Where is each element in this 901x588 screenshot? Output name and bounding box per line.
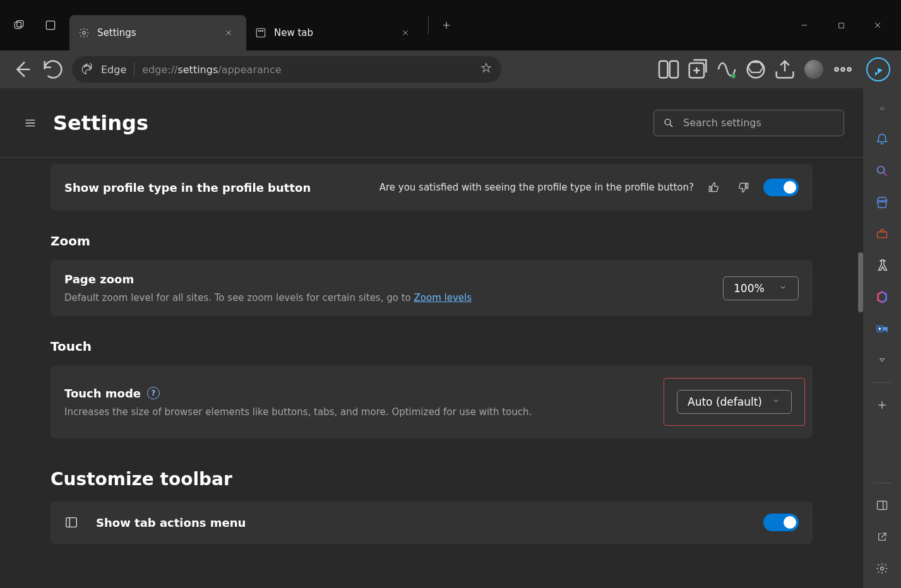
window-titlebar: Settings New tab (0, 0, 901, 50)
sidebar-outlook-icon[interactable] (869, 315, 895, 342)
sidebar-settings-icon[interactable] (869, 555, 895, 582)
tab-actions-toggle[interactable] (763, 514, 799, 531)
sidebar-expand-icon[interactable] (869, 347, 895, 373)
address-separator (134, 62, 134, 76)
setting-title: Page zoom (64, 273, 472, 286)
sidebar-games-icon[interactable] (869, 252, 895, 279)
setting-title: Show profile type in the profile button (64, 181, 311, 194)
profile-type-toggle[interactable] (763, 179, 799, 196)
tab-label: Settings (97, 27, 136, 38)
touch-mode-setting-row: Touch mode ? Increases the size of brows… (51, 365, 813, 438)
address-brand-label: Edge (101, 64, 126, 76)
svg-rect-8 (838, 23, 844, 28)
back-button[interactable] (9, 57, 34, 82)
settings-search-box[interactable] (653, 110, 844, 136)
extensions-button[interactable] (743, 57, 768, 82)
info-icon[interactable]: ? (147, 387, 160, 399)
tab-label: New tab (274, 27, 313, 38)
touch-heading: Touch (51, 339, 813, 354)
svg-rect-4 (256, 28, 265, 37)
chevron-down-icon (771, 396, 781, 408)
window-minimize-button[interactable] (786, 11, 823, 39)
profile-button[interactable] (801, 57, 826, 82)
gear-icon (78, 27, 90, 38)
highlighted-region: Auto (default) (664, 378, 805, 426)
menu-toggle-button[interactable] (19, 112, 42, 134)
setting-description: Increases the size of browser elements l… (64, 406, 532, 418)
svg-point-7 (262, 30, 263, 32)
page-zoom-setting-row: Page zoom Default zoom level for all sit… (51, 260, 813, 316)
sidebar-collapse-icon[interactable] (869, 95, 895, 121)
edge-sidebar (863, 88, 901, 588)
settings-page: Settings Show profile type in the profil… (0, 88, 863, 588)
svg-point-19 (878, 167, 885, 173)
split-screen-button[interactable] (656, 57, 681, 82)
svg-point-5 (258, 30, 260, 32)
svg-point-13 (835, 68, 838, 71)
window-maximize-button[interactable] (823, 11, 859, 39)
refresh-button[interactable] (40, 57, 66, 82)
setting-description: Default zoom level for all sites. To see… (64, 292, 472, 303)
page-zoom-select[interactable]: 100% (723, 276, 799, 300)
tab-settings[interactable]: Settings (69, 15, 246, 50)
sidebar-search-icon[interactable] (869, 158, 895, 184)
svg-rect-9 (659, 61, 667, 78)
setting-title: Touch mode (64, 387, 141, 400)
select-value: 100% (734, 282, 765, 295)
share-button[interactable] (772, 57, 797, 82)
thumbs-up-button[interactable] (703, 177, 724, 198)
customize-toolbar-heading: Customize toolbar (51, 469, 813, 490)
svg-rect-18 (66, 518, 77, 527)
tab-actions-icon (64, 515, 78, 529)
tab-overview-button[interactable] (37, 11, 64, 39)
window-close-button[interactable] (859, 11, 896, 39)
tab-close-button[interactable] (397, 24, 414, 42)
sidebar-shopping-icon[interactable] (869, 189, 895, 216)
svg-point-24 (881, 567, 884, 570)
svg-point-6 (260, 30, 261, 32)
url-text: edge://settings/appearance (142, 64, 281, 76)
scrollbar-thumb[interactable] (858, 252, 863, 312)
feedback-prompt: Are you satisfied with seeing the profil… (379, 182, 694, 193)
bing-chat-button[interactable] (864, 56, 892, 83)
avatar-icon (804, 60, 823, 79)
sidebar-panel-toggle[interactable] (869, 492, 895, 519)
browser-toolbar: Edge edge://settings/appearance (0, 50, 901, 88)
search-icon (663, 117, 674, 129)
new-tab-button[interactable] (434, 13, 459, 38)
edge-logo-icon (81, 63, 93, 76)
svg-point-17 (665, 119, 671, 125)
performance-button[interactable] (714, 57, 739, 82)
svg-rect-2 (46, 21, 54, 29)
new-tab-page-icon (255, 27, 266, 38)
tab-new-tab[interactable]: New tab (246, 15, 423, 50)
favorite-star-icon[interactable] (480, 62, 492, 77)
settings-search-input[interactable] (683, 117, 835, 129)
select-value: Auto (default) (688, 396, 762, 408)
touch-mode-select[interactable]: Auto (default) (677, 390, 792, 414)
sidebar-open-external-icon[interactable] (869, 524, 895, 550)
tab-separator (428, 16, 429, 35)
sidebar-m365-icon[interactable] (869, 284, 895, 310)
more-menu-button[interactable] (830, 57, 856, 82)
collections-button[interactable] (685, 57, 710, 82)
show-tab-actions-setting-row: Show tab actions menu (51, 501, 813, 544)
thumbs-down-button[interactable] (733, 177, 755, 198)
svg-point-15 (848, 68, 851, 71)
chevron-down-icon (778, 282, 788, 295)
sidebar-tools-icon[interactable] (869, 221, 895, 247)
svg-rect-0 (15, 22, 21, 28)
svg-rect-1 (17, 21, 23, 27)
svg-rect-10 (670, 61, 678, 78)
svg-point-3 (83, 32, 86, 35)
address-bar[interactable]: Edge edge://settings/appearance (72, 56, 501, 83)
sidebar-notifications-icon[interactable] (869, 126, 895, 153)
svg-rect-20 (878, 232, 887, 238)
tab-close-button[interactable] (220, 24, 237, 42)
svg-rect-23 (878, 501, 887, 509)
profile-type-setting-row: Show profile type in the profile button … (51, 164, 813, 211)
sidebar-add-button[interactable] (869, 392, 895, 418)
zoom-levels-link[interactable]: Zoom levels (414, 292, 472, 303)
workspaces-button[interactable] (5, 11, 33, 39)
page-title: Settings (53, 111, 148, 135)
